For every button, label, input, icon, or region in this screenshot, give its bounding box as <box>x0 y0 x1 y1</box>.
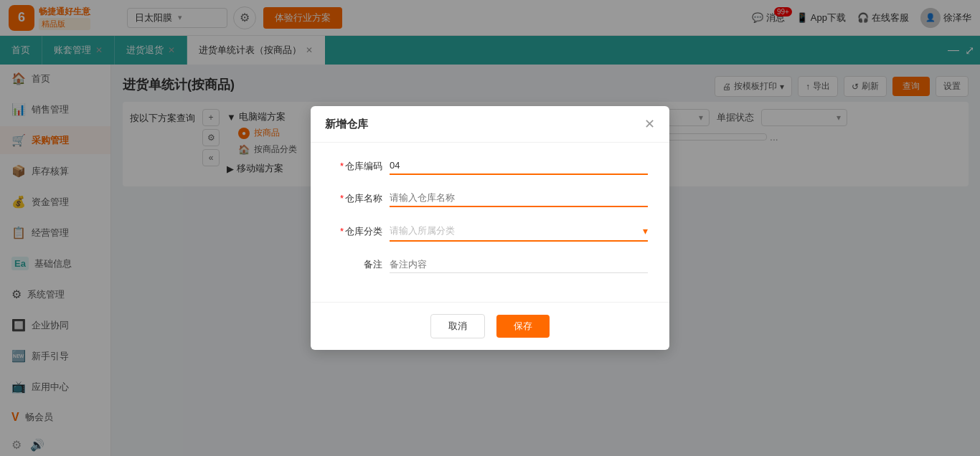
warehouse-name-input[interactable] <box>390 189 648 207</box>
warehouse-category-label: *仓库分类 <box>332 225 382 238</box>
modal-title: 新增仓库 <box>325 118 368 131</box>
modal-overlay[interactable]: 新增仓库 ✕ *仓库编码 *仓库名称 *仓库分类 <box>0 0 980 456</box>
warehouse-category-select[interactable]: 请输入所属分类 ▾ <box>390 222 648 242</box>
modal-body: *仓库编码 *仓库名称 *仓库分类 请输入所属分类 ▾ <box>311 143 669 302</box>
form-row-code: *仓库编码 <box>332 157 648 175</box>
form-row-category: *仓库分类 请输入所属分类 ▾ <box>332 222 648 242</box>
warehouse-remark-input[interactable] <box>390 256 648 273</box>
warehouse-category-placeholder: 请输入所属分类 <box>390 224 455 237</box>
category-dropdown-arrow: ▾ <box>643 225 648 237</box>
warehouse-remark-label: 备注 <box>332 258 382 271</box>
modal-close-button[interactable]: ✕ <box>644 116 655 132</box>
add-warehouse-modal: 新增仓库 ✕ *仓库编码 *仓库名称 *仓库分类 <box>311 106 669 350</box>
cancel-button[interactable]: 取消 <box>430 314 485 338</box>
warehouse-code-label: *仓库编码 <box>332 160 382 173</box>
warehouse-code-input[interactable] <box>390 157 648 175</box>
modal-header: 新增仓库 ✕ <box>311 106 669 143</box>
form-row-remark: 备注 <box>332 256 648 273</box>
modal-footer: 取消 保存 <box>311 302 669 350</box>
save-button[interactable]: 保存 <box>496 315 550 338</box>
warehouse-name-label: *仓库名称 <box>332 192 382 205</box>
form-row-name: *仓库名称 <box>332 189 648 207</box>
